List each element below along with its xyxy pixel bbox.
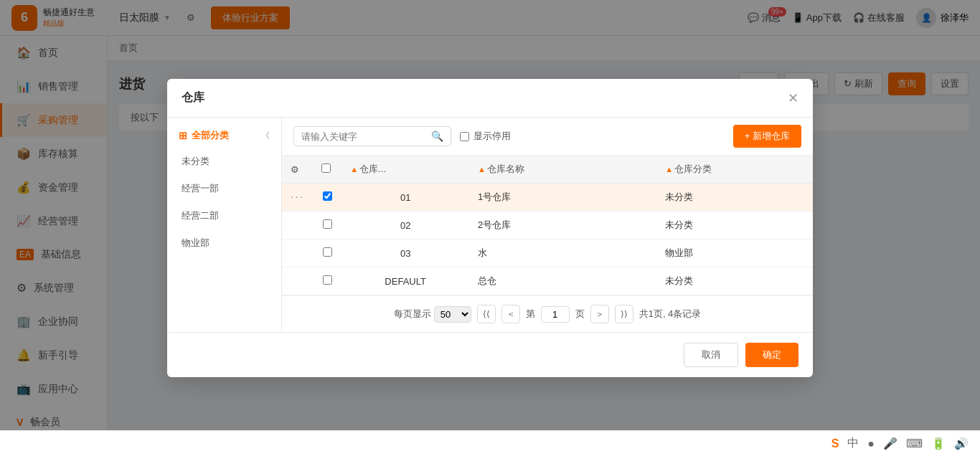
modal-title: 仓库 — [182, 90, 204, 105]
keyboard-icon: ⌨ — [906, 437, 923, 450]
page-number-input[interactable] — [541, 306, 570, 323]
search-input[interactable] — [301, 131, 427, 142]
sort-icon: ▲ — [350, 165, 358, 174]
row-cat-1: 未分类 — [656, 184, 813, 212]
zh-icon: 中 — [847, 436, 859, 451]
header-row: ⚙ ▲仓库... ▲仓库名称 — [282, 156, 813, 184]
collapse-button[interactable]: 《 — [261, 130, 270, 142]
row-name-1: 1号仓库 — [469, 184, 656, 212]
row-name-4: 总仓 — [469, 267, 656, 295]
row-checkbox-cell — [313, 212, 341, 239]
row-gear — [282, 267, 313, 295]
table-scroll: ⚙ ▲仓库... ▲仓库名称 — [282, 156, 813, 295]
next-page-button[interactable]: ＞ — [590, 305, 609, 323]
page-size-selector: 每页显示 10 20 50 100 — [394, 306, 471, 323]
cat-item-unclassified[interactable]: 未分类 — [167, 148, 281, 175]
row-num-3: 03 — [341, 239, 469, 267]
row-cat-2: 未分类 — [656, 212, 813, 239]
modal-footer: 取消 确定 — [167, 332, 813, 377]
modal-body: ⊞ 全部分类 《 未分类 经营一部 经营二部 物业部 🔍 — [167, 118, 813, 332]
modal-close-button[interactable]: ✕ — [788, 92, 798, 105]
category-sidebar: ⊞ 全部分类 《 未分类 经营一部 经营二部 物业部 — [167, 118, 282, 332]
show-disabled-checkbox[interactable] — [460, 132, 469, 141]
confirm-button[interactable]: 确定 — [745, 343, 798, 367]
more-dots-icon: ··· — [291, 191, 304, 203]
modal-overlay[interactable]: 仓库 ✕ ⊞ 全部分类 《 未分类 经营一部 经营二部 物业部 — [0, 0, 980, 456]
pagination: 每页显示 10 20 50 100 ⟨⟨ ＜ 第 页 ＞ ⟩⟩ — [282, 295, 813, 332]
row-name-3: 水 — [469, 239, 656, 267]
row-cat-4: 未分类 — [656, 267, 813, 295]
table-row[interactable]: 02 2号仓库 未分类 — [282, 212, 813, 239]
table-area: 🔍 显示停用 + 新增仓库 ⚙ — [282, 118, 813, 332]
wifi-icon: ● — [867, 437, 875, 450]
sort-icon-2: ▲ — [478, 165, 486, 174]
select-all-checkbox[interactable] — [321, 163, 331, 173]
row-cat-3: 物业部 — [656, 239, 813, 267]
table-row[interactable]: DEFAULT 总仓 未分类 — [282, 267, 813, 295]
table-body: ··· 01 1号仓库 未分类 — [282, 184, 813, 295]
volume-status-icon: 🔊 — [954, 437, 969, 450]
table-row[interactable]: 03 水 物业部 — [282, 239, 813, 267]
row-checkbox-2[interactable] — [323, 219, 332, 229]
row-checkbox-cell — [313, 267, 341, 295]
all-categories-button[interactable]: ⊞ 全部分类 — [179, 129, 229, 142]
row-gear — [282, 239, 313, 267]
first-page-button[interactable]: ⟨⟨ — [477, 305, 496, 323]
cancel-button[interactable]: 取消 — [684, 343, 738, 367]
sort-icon-3: ▲ — [665, 165, 673, 174]
th-settings: ⚙ — [282, 156, 313, 184]
row-checkbox-1[interactable] — [323, 191, 332, 201]
row-name-2: 2号仓库 — [469, 212, 656, 239]
warehouse-modal: 仓库 ✕ ⊞ 全部分类 《 未分类 经营一部 经营二部 物业部 — [167, 79, 813, 377]
row-checkbox-cell — [313, 184, 341, 212]
row-gear — [282, 212, 313, 239]
mic-icon: 🎤 — [883, 437, 897, 450]
row-num-1: 01 — [341, 184, 469, 212]
row-checkbox-4[interactable] — [323, 275, 332, 285]
row-checkbox-cell — [313, 239, 341, 267]
table-toolbar: 🔍 显示停用 + 新增仓库 — [282, 118, 813, 156]
cat-item-operations2[interactable]: 经营二部 — [167, 202, 281, 229]
th-name: ▲仓库名称 — [469, 156, 656, 184]
add-warehouse-button[interactable]: + 新增仓库 — [733, 125, 801, 148]
row-checkbox-3[interactable] — [323, 247, 332, 257]
th-code: ▲仓库... — [341, 156, 469, 184]
th-checkbox — [313, 156, 341, 184]
s-logo-icon: S — [831, 437, 839, 450]
bottom-status-bar: S 中 ● 🎤 ⌨ 🔋 🔊 — [0, 430, 980, 456]
gear-header-icon: ⚙ — [291, 164, 299, 175]
row-num-4: DEFAULT — [341, 267, 469, 295]
total-info: 共1页, 4条记录 — [639, 308, 702, 320]
battery-icon: 🔋 — [931, 437, 946, 450]
show-disabled-label: 显示停用 — [460, 130, 511, 143]
cat-item-property[interactable]: 物业部 — [167, 229, 281, 257]
table-row[interactable]: ··· 01 1号仓库 未分类 — [282, 184, 813, 212]
warehouse-table: ⚙ ▲仓库... ▲仓库名称 — [282, 156, 813, 295]
th-category: ▲仓库分类 — [656, 156, 813, 184]
page-size-select[interactable]: 10 20 50 100 — [434, 306, 471, 323]
search-box: 🔍 — [293, 126, 451, 146]
row-gear: ··· — [282, 184, 313, 212]
search-icon[interactable]: 🔍 — [431, 130, 443, 142]
grid-icon: ⊞ — [179, 130, 187, 141]
cat-item-operations1[interactable]: 经营一部 — [167, 175, 281, 202]
modal-header: 仓库 ✕ — [167, 79, 813, 118]
table-head: ⚙ ▲仓库... ▲仓库名称 — [282, 156, 813, 184]
category-header: ⊞ 全部分类 《 — [167, 123, 281, 148]
row-num-2: 02 — [341, 212, 469, 239]
prev-page-button[interactable]: ＜ — [501, 305, 520, 323]
page-label-2: 页 — [575, 308, 585, 320]
last-page-button[interactable]: ⟩⟩ — [615, 305, 633, 323]
page-label: 第 — [526, 308, 535, 320]
